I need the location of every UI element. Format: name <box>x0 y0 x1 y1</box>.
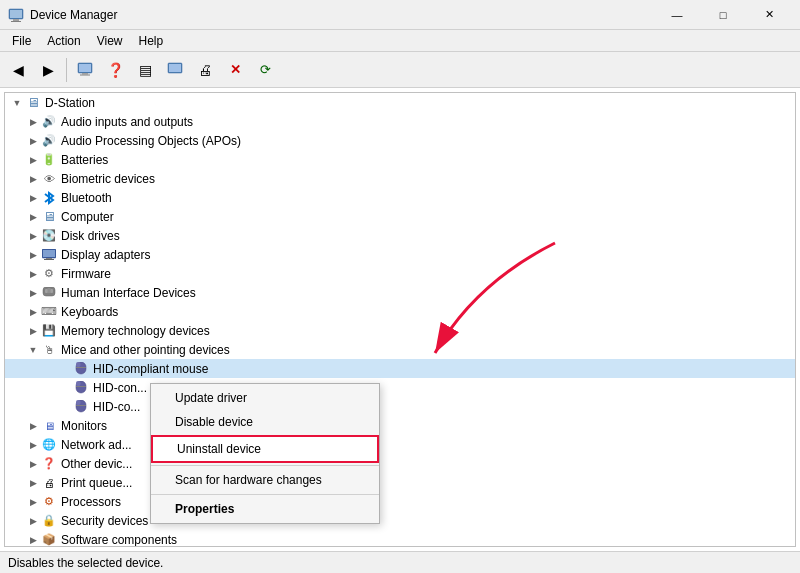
close-button[interactable]: ✕ <box>746 0 792 30</box>
svg-rect-23 <box>76 381 81 386</box>
bluetooth-icon <box>41 190 57 206</box>
tree-item-software-comp[interactable]: ▶ 📦 Software components <box>5 530 795 546</box>
bluetooth-expand[interactable]: ▶ <box>25 190 41 206</box>
tree-root[interactable]: ▼ 🖥 D-Station <box>5 93 795 112</box>
help-button[interactable]: ❓ <box>101 56 129 84</box>
cancel-button[interactable]: ✕ <box>221 56 249 84</box>
context-menu-update-driver[interactable]: Update driver <box>151 386 379 410</box>
tree-item-disk[interactable]: ▶ 💽 Disk drives <box>5 226 795 245</box>
tree-item-memory[interactable]: ▶ 💾 Memory technology devices <box>5 321 795 340</box>
processors-label: Processors <box>61 495 121 509</box>
keyboards-expand[interactable]: ▶ <box>25 304 41 320</box>
menu-help[interactable]: Help <box>131 30 172 51</box>
context-menu-scan-hardware[interactable]: Scan for hardware changes <box>151 468 379 492</box>
tree-scroll[interactable]: ▼ 🖥 D-Station ▶ 🔊 Audio inputs and outpu… <box>5 93 795 546</box>
print-button[interactable]: 🖨 <box>191 56 219 84</box>
print-expand[interactable]: ▶ <box>25 475 41 491</box>
hid-con2-label: HID-co... <box>93 400 140 414</box>
tree-item-biometric[interactable]: ▶ 👁 Biometric devices <box>5 169 795 188</box>
back-button[interactable]: ◀ <box>4 56 32 84</box>
tree-item-hid-con2[interactable]: ▶ HID-co... <box>5 397 795 416</box>
disk-icon: 💽 <box>41 228 57 244</box>
monitors-expand[interactable]: ▶ <box>25 418 41 434</box>
firmware-expand[interactable]: ▶ <box>25 266 41 282</box>
hid-mouse-label: HID-compliant mouse <box>93 362 208 376</box>
tree-item-audio-apo[interactable]: ▶ 🔊 Audio Processing Objects (APOs) <box>5 131 795 150</box>
firmware-label: Firmware <box>61 267 111 281</box>
menu-bar: File Action View Help <box>0 30 800 52</box>
context-menu-disable-device[interactable]: Disable device <box>151 410 379 434</box>
security-expand[interactable]: ▶ <box>25 513 41 529</box>
maximize-button[interactable]: □ <box>700 0 746 30</box>
disk-expand[interactable]: ▶ <box>25 228 41 244</box>
tree-item-monitors[interactable]: ▶ 🖥 Monitors <box>5 416 795 435</box>
tree-item-other[interactable]: ▶ ❓ Other devic... <box>5 454 795 473</box>
status-bar: Disables the selected device. <box>0 551 800 573</box>
context-menu-properties[interactable]: Properties <box>151 497 379 521</box>
svg-rect-12 <box>46 258 52 259</box>
software-comp-label: Software components <box>61 533 177 547</box>
tree-item-batteries[interactable]: ▶ 🔋 Batteries <box>5 150 795 169</box>
window-controls[interactable]: — □ ✕ <box>654 0 792 30</box>
menu-file[interactable]: File <box>4 30 39 51</box>
security-icon: 🔒 <box>41 513 57 529</box>
print-icon: 🖨 <box>41 475 57 491</box>
tree-item-network[interactable]: ▶ 🌐 Network ad... <box>5 435 795 454</box>
forward-button[interactable]: ▶ <box>34 56 62 84</box>
menu-view[interactable]: View <box>89 30 131 51</box>
tree-item-mice[interactable]: ▼ 🖱 Mice and other pointing devices <box>5 340 795 359</box>
keyboards-icon: ⌨ <box>41 304 57 320</box>
tree-item-computer[interactable]: ▶ 🖥 Computer <box>5 207 795 226</box>
svg-rect-7 <box>80 74 90 75</box>
mice-expand[interactable]: ▼ <box>25 342 41 358</box>
minimize-button[interactable]: — <box>654 0 700 30</box>
hid-con1-icon <box>73 380 89 396</box>
audio-apo-expand[interactable]: ▶ <box>25 133 41 149</box>
properties-button[interactable] <box>71 56 99 84</box>
tree-item-audio-io[interactable]: ▶ 🔊 Audio inputs and outputs <box>5 112 795 131</box>
hid-icon <box>41 285 57 301</box>
refresh-button[interactable]: ⟳ <box>251 56 279 84</box>
tree-item-processors[interactable]: ▶ ⚙ Processors <box>5 492 795 511</box>
other-expand[interactable]: ▶ <box>25 456 41 472</box>
tree-item-hid[interactable]: ▶ Human Interface Devices <box>5 283 795 302</box>
main-area: ▼ 🖥 D-Station ▶ 🔊 Audio inputs and outpu… <box>0 88 800 551</box>
software-comp-icon: 📦 <box>41 532 57 547</box>
batteries-expand[interactable]: ▶ <box>25 152 41 168</box>
svg-rect-19 <box>76 367 86 368</box>
context-menu-uninstall-device[interactable]: Uninstall device <box>151 435 379 463</box>
tree-item-hid-mouse[interactable]: ▶ HID-compliant mouse <box>5 359 795 378</box>
tree-item-bluetooth[interactable]: ▶ Bluetooth <box>5 188 795 207</box>
tree-item-security[interactable]: ▶ 🔒 Security devices <box>5 511 795 530</box>
svg-rect-6 <box>82 73 88 75</box>
software-comp-expand[interactable]: ▶ <box>25 532 41 547</box>
biometric-expand[interactable]: ▶ <box>25 171 41 187</box>
tree-item-print[interactable]: ▶ 🖨 Print queue... <box>5 473 795 492</box>
tree-item-firmware[interactable]: ▶ ⚙ Firmware <box>5 264 795 283</box>
tree-item-keyboards[interactable]: ▶ ⌨ Keyboards <box>5 302 795 321</box>
monitors-label: Monitors <box>61 419 107 433</box>
processors-expand[interactable]: ▶ <box>25 494 41 510</box>
svg-rect-20 <box>76 362 81 367</box>
hid-expand[interactable]: ▶ <box>25 285 41 301</box>
display-expand[interactable]: ▶ <box>25 247 41 263</box>
security-label: Security devices <box>61 514 148 528</box>
computer-label: Computer <box>61 210 114 224</box>
display-icon <box>41 247 57 263</box>
root-expand-icon[interactable]: ▼ <box>9 95 25 111</box>
audio-io-expand[interactable]: ▶ <box>25 114 41 130</box>
keyboards-label: Keyboards <box>61 305 118 319</box>
list-button[interactable]: ▤ <box>131 56 159 84</box>
menu-action[interactable]: Action <box>39 30 88 51</box>
memory-expand[interactable]: ▶ <box>25 323 41 339</box>
tree-item-hid-con1[interactable]: ▶ HID-con... <box>5 378 795 397</box>
update-button[interactable] <box>161 56 189 84</box>
computer-expand[interactable]: ▶ <box>25 209 41 225</box>
svg-rect-25 <box>76 405 86 406</box>
svg-rect-17 <box>48 288 51 293</box>
toolbar-separator-1 <box>66 58 67 82</box>
computer-icon: 🖥 <box>41 209 57 225</box>
tree-item-display[interactable]: ▶ Display adapters <box>5 245 795 264</box>
other-label: Other devic... <box>61 457 132 471</box>
network-expand[interactable]: ▶ <box>25 437 41 453</box>
